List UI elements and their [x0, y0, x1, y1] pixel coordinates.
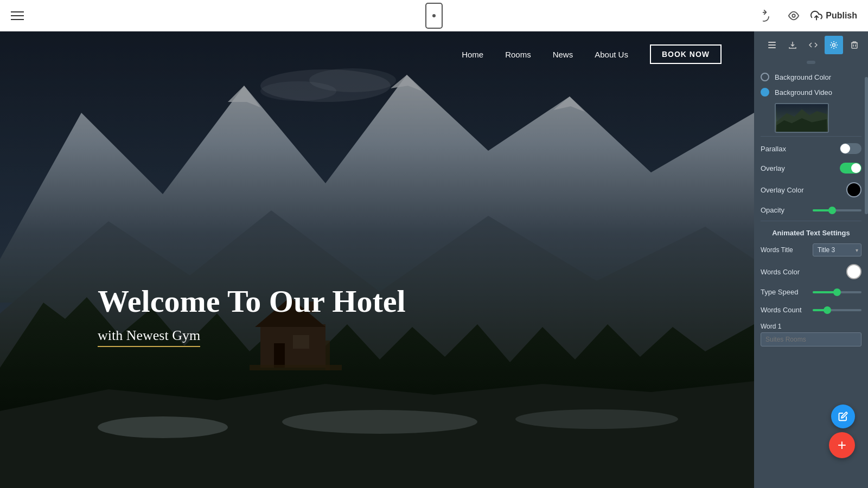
animated-text-section-header: Animated Text Settings: [761, 223, 861, 240]
nav-home[interactable]: Home: [462, 50, 483, 59]
background-video-radio[interactable]: [761, 88, 769, 97]
parallax-toggle[interactable]: [840, 143, 861, 154]
svg-point-27: [833, 44, 835, 47]
publish-button[interactable]: Publish: [810, 10, 857, 22]
opacity-label: Opacity: [761, 206, 784, 214]
word1-label: Word 1: [761, 323, 781, 330]
sidebar-toolbar: [754, 31, 868, 59]
opacity-slider-track[interactable]: [813, 209, 861, 211]
svg-rect-25: [768, 44, 776, 46]
hero-subtitle: with Newest Gym: [98, 328, 200, 347]
hamburger-menu[interactable]: [11, 11, 24, 20]
toolbar-left: [11, 11, 24, 20]
overlay-color-row: Overlay Color: [761, 178, 861, 202]
background-video-option[interactable]: Background Video: [761, 85, 861, 100]
sidebar-scrollbar[interactable]: [865, 31, 868, 488]
nav-news[interactable]: News: [553, 50, 573, 59]
type-speed-slider-track[interactable]: [813, 291, 861, 293]
main-area: Home Rooms News About Us BOOK NOW Welcom…: [0, 31, 868, 488]
publish-label: Publish: [826, 11, 857, 21]
svg-rect-28: [852, 43, 857, 48]
overlay-color-swatch[interactable]: [846, 182, 861, 197]
download-tool-button[interactable]: [783, 36, 802, 54]
words-count-label: Words Count: [761, 306, 802, 315]
divider-1: [761, 136, 861, 137]
nav-rooms[interactable]: Rooms: [505, 50, 531, 59]
sidebar-scroll-thumb[interactable]: [865, 77, 868, 214]
reorder-tool-button[interactable]: [763, 36, 781, 54]
parallax-knob: [840, 144, 850, 153]
toolbar: Publish: [0, 0, 868, 31]
code-tool-button[interactable]: [804, 36, 822, 54]
words-title-row: Words Title Title 1 Title 2 Title 3 Titl…: [761, 240, 861, 260]
opacity-thumb[interactable]: [828, 207, 836, 214]
words-title-select[interactable]: Title 1 Title 2 Title 3 Title 4: [813, 243, 861, 256]
words-title-select-wrapper: Title 1 Title 2 Title 3 Title 4: [813, 243, 861, 256]
words-color-label: Words Color: [761, 268, 800, 276]
word1-row: Word 1: [761, 319, 861, 350]
delete-tool-button[interactable]: [845, 36, 864, 54]
hero-text-block: Welcome To Our Hotel with Newest Gym: [98, 284, 406, 347]
hero-nav: Home Rooms News About Us BOOK NOW: [0, 31, 754, 77]
overlay-color-label: Overlay Color: [761, 186, 803, 194]
background-color-radio[interactable]: [761, 73, 769, 81]
words-count-row: Words Count: [761, 301, 861, 319]
svg-rect-26: [768, 47, 776, 48]
words-count-thumb[interactable]: [824, 306, 831, 314]
background-color-label: Background Color: [775, 73, 831, 81]
undo-button[interactable]: [761, 8, 777, 24]
mountain-scene: [0, 31, 754, 488]
svg-rect-24: [768, 42, 776, 43]
svg-point-0: [792, 14, 795, 17]
video-thumbnail[interactable]: [775, 103, 829, 133]
add-fab-icon: +: [838, 438, 846, 453]
svg-rect-23: [0, 31, 754, 488]
type-speed-thumb[interactable]: [833, 288, 841, 296]
mobile-preview-icon[interactable]: [425, 3, 443, 29]
overlay-knob: [851, 163, 861, 173]
divider-2: [761, 221, 861, 221]
words-count-slider-track[interactable]: [813, 309, 861, 311]
preview-button[interactable]: [786, 8, 802, 24]
words-color-swatch[interactable]: [846, 264, 861, 279]
toolbar-center: [425, 3, 443, 29]
opacity-row: Opacity: [761, 202, 861, 219]
canvas: Home Rooms News About Us BOOK NOW Welcom…: [0, 31, 754, 488]
overlay-toggle[interactable]: [840, 163, 861, 174]
edit-fab-button[interactable]: [831, 404, 855, 428]
words-color-row: Words Color: [761, 260, 861, 284]
hero-background: Home Rooms News About Us BOOK NOW Welcom…: [0, 31, 754, 488]
background-color-option[interactable]: Background Color: [761, 69, 861, 85]
settings-tool-button[interactable]: [825, 36, 843, 54]
add-fab-button[interactable]: +: [829, 432, 855, 458]
thumbnail-image: [776, 104, 828, 132]
word1-input[interactable]: [761, 332, 861, 346]
type-speed-row: Type Speed: [761, 284, 861, 301]
background-video-label: Background Video: [775, 88, 832, 97]
hero-title: Welcome To Our Hotel: [98, 284, 406, 319]
nav-about[interactable]: About Us: [595, 50, 628, 59]
type-speed-label: Type Speed: [761, 288, 798, 297]
overlay-label: Overlay: [761, 164, 785, 172]
book-now-button[interactable]: BOOK NOW: [650, 44, 722, 64]
parallax-label: Parallax: [761, 145, 786, 153]
parallax-row: Parallax: [761, 139, 861, 158]
overlay-row: Overlay: [761, 158, 861, 178]
sidebar-content: Background Color Background Video: [754, 66, 868, 361]
toolbar-right: Publish: [761, 8, 857, 24]
words-title-label: Words Title: [761, 246, 793, 254]
